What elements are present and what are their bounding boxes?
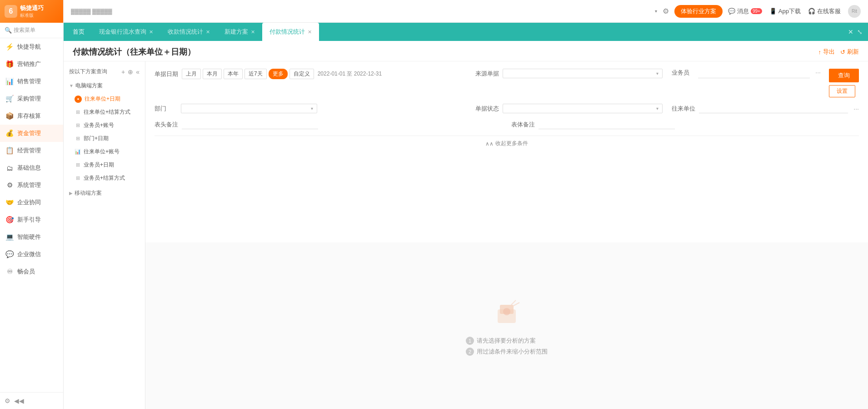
empty-hints: 1 请先选择要分析的方案 2 用过滤条件来缩小分析范围 <box>466 337 548 356</box>
close-all-tabs-icon[interactable]: ✕ <box>848 28 853 35</box>
source-label: 来源单据 <box>475 70 499 78</box>
date-btn-this-month[interactable]: 本月 <box>203 69 222 79</box>
tab-payment-stats-close[interactable]: ✕ <box>308 29 312 35</box>
search-menu-label: 搜索菜单 <box>14 26 35 34</box>
tab-home[interactable]: 首页 <box>65 23 92 41</box>
export-icon: ↑ <box>818 49 822 56</box>
messages-badge: 99+ <box>751 8 762 14</box>
hint-num-2: 2 <box>466 348 474 356</box>
collapse-sidebar-icon[interactable]: ◀◀ <box>14 397 24 404</box>
plan-item-unit-account[interactable]: 📊 往来单位+账号 <box>64 145 145 158</box>
doc-status-select[interactable]: ▾ <box>503 104 663 113</box>
plan-item-unit-date[interactable]: ● 往来单位+日期 <box>64 92 145 106</box>
online-service-btn[interactable]: 🎧 在线客服 <box>808 7 841 15</box>
date-btn-7days[interactable]: 近7天 <box>244 69 267 79</box>
member-icon: ♾ <box>5 268 14 276</box>
filter-row-2: 部门 ▾ 单据状态 ▾ <box>155 104 859 113</box>
date-btn-this-year[interactable]: 本年 <box>224 69 243 79</box>
sidebar-item-label: 企业协同 <box>17 198 41 207</box>
sidebar-item-label: 智能硬件 <box>17 233 41 241</box>
settings-plan-icon[interactable]: ⊕ <box>128 68 133 76</box>
plan-item-label: 业务员+结算方式 <box>84 174 125 182</box>
sidebar-item-finance[interactable]: 💰 资金管理 <box>0 125 63 142</box>
sidebar-item-sales[interactable]: 📊 销售管理 <box>0 73 63 90</box>
head-note-input[interactable] <box>182 120 318 129</box>
topbar-dropdown-arrow[interactable]: ▾ <box>655 9 657 14</box>
tab-receipt-stats-close[interactable]: ✕ <box>206 29 210 35</box>
inventory-icon: 📦 <box>5 112 14 120</box>
tab-receipt-stats[interactable]: 收款情况统计 ✕ <box>160 23 217 41</box>
plan-item-label: 往来单位+日期 <box>85 95 120 103</box>
source-select[interactable]: ▾ <box>503 69 663 78</box>
empty-hint-2: 2 用过滤条件来缩小分析范围 <box>466 348 548 356</box>
sidebar-item-label: 采购管理 <box>17 95 41 103</box>
messages-btn[interactable]: 💬 消息 99+ <box>728 7 762 15</box>
user-avatar[interactable]: Rit <box>848 5 861 18</box>
industry-btn[interactable]: 体验行业方案 <box>674 5 723 18</box>
date-btn-more[interactable]: 更多 <box>269 69 288 79</box>
collapse-more-conditions[interactable]: ∧∧ 收起更多条件 <box>155 136 859 151</box>
search-menu-item[interactable]: 🔍 搜索菜单 <box>0 23 63 38</box>
chevron-down-icon: ▼ <box>69 83 74 88</box>
plan-item-staff-account[interactable]: ⊞ 业务员+账号 <box>64 119 145 132</box>
mobile-section-header[interactable]: ▶ 移动端方案 <box>64 187 145 200</box>
sidebar-item-label: 销售管理 <box>17 77 41 86</box>
collapse-panel-icon[interactable]: « <box>136 68 140 76</box>
date-btn-custom[interactable]: 自定义 <box>289 69 314 79</box>
staff-input[interactable] <box>698 69 810 78</box>
tab-new-plan[interactable]: 新建方案 ✕ <box>217 23 262 41</box>
filter-area: 单据日期 上月 本月 本年 近7天 更多 自定义 2022-01-01 至 20… <box>145 61 868 242</box>
sidebar-item-wechat[interactable]: 💬 企业微信 <box>0 246 63 263</box>
online-service-label: 在线客服 <box>817 7 841 15</box>
topbar-gear-icon[interactable]: ⚙ <box>663 7 669 15</box>
dept-select[interactable]: ▾ <box>181 104 317 113</box>
sidebar-item-system[interactable]: ⚙ 系统管理 <box>0 177 63 194</box>
empty-hint-1-text: 请先选择要分析的方案 <box>477 337 536 345</box>
settings-btn[interactable]: 设置 <box>829 85 855 97</box>
sidebar-item-marketing[interactable]: 🎁 营销推广 <box>0 56 63 73</box>
collapse-icon: ∧∧ <box>485 141 494 147</box>
tab-payment-stats[interactable]: 付款情况统计 ✕ <box>262 23 319 41</box>
sidebar-item-hardware[interactable]: 💻 智能硬件 <box>0 228 63 246</box>
tab-new-plan-close[interactable]: ✕ <box>251 29 255 35</box>
maximize-icon[interactable]: ⤡ <box>857 28 863 35</box>
filter-row-3: 表头备注 表体备注 <box>155 120 859 129</box>
partner-input[interactable] <box>699 104 848 113</box>
refresh-btn[interactable]: ↺ 刷新 <box>840 48 859 56</box>
tab-bank-flow-close[interactable]: ✕ <box>149 29 153 35</box>
body-note-label: 表体备注 <box>511 121 535 129</box>
plan-item-staff-date[interactable]: ⊞ 业务员+日期 <box>64 158 145 172</box>
tabbar-window-btns: ✕ ⤡ <box>848 28 866 35</box>
sidebar-item-cooperation[interactable]: 🤝 企业协同 <box>0 194 63 211</box>
app-download-btn[interactable]: 📱 App下载 <box>769 7 801 15</box>
sidebar-item-label: 库存核算 <box>17 112 41 120</box>
filter-date-item: 单据日期 上月 本月 本年 近7天 更多 自定义 2022-01-01 至 20… <box>155 69 466 79</box>
tab-bank-flow[interactable]: 现金银行流水查询 ✕ <box>92 23 160 41</box>
body-note-input[interactable] <box>539 120 675 129</box>
partner-more-icon[interactable]: ··· <box>853 105 859 112</box>
date-btn-last-month[interactable]: 上月 <box>182 69 201 79</box>
plan-item-label: 业务员+账号 <box>84 121 114 129</box>
finance-icon: 💰 <box>5 129 14 137</box>
sidebar-item-member[interactable]: ♾ 畅会员 <box>0 263 63 280</box>
export-btn[interactable]: ↑ 导出 <box>818 48 835 56</box>
sidebar-item-guide[interactable]: 🎯 新手引导 <box>0 211 63 228</box>
sidebar-item-basic-info[interactable]: 🗂 基础信息 <box>0 159 63 177</box>
plan-item-dept-date[interactable]: ⊞ 部门+日期 <box>64 132 145 145</box>
desktop-section-header[interactable]: ▼ 电脑端方案 <box>64 79 145 92</box>
plan-item-unit-settle[interactable]: ⊞ 往来单位+结算方式 <box>64 106 145 119</box>
staff-more-icon[interactable]: ··· <box>815 69 821 76</box>
user-display: ▓▓▓▓▓ ▓▓▓▓▓ <box>71 8 112 15</box>
sidebar-item-quick-nav[interactable]: ⚡ 快捷导航 <box>0 38 63 56</box>
query-btn[interactable]: 查询 <box>829 69 859 82</box>
add-plan-btn[interactable]: + <box>121 68 125 76</box>
settings-icon[interactable]: ⚙ <box>5 397 10 404</box>
topbar-user-info: ▓▓▓▓▓ ▓▓▓▓▓ <box>71 8 649 15</box>
topbar-actions: 💬 消息 99+ 📱 App下载 🎧 在线客服 Rit <box>728 5 861 18</box>
sidebar-item-operation[interactable]: 📋 经营管理 <box>0 142 63 159</box>
sidebar-item-purchase[interactable]: 🛒 采购管理 <box>0 90 63 107</box>
plan-item-staff-settle[interactable]: ⊞ 业务员+结算方式 <box>64 172 145 185</box>
sidebar-item-inventory[interactable]: 📦 库存核算 <box>0 107 63 125</box>
sidebar-item-label: 经营管理 <box>17 146 41 155</box>
plan-item-label: 往来单位+结算方式 <box>84 108 130 116</box>
